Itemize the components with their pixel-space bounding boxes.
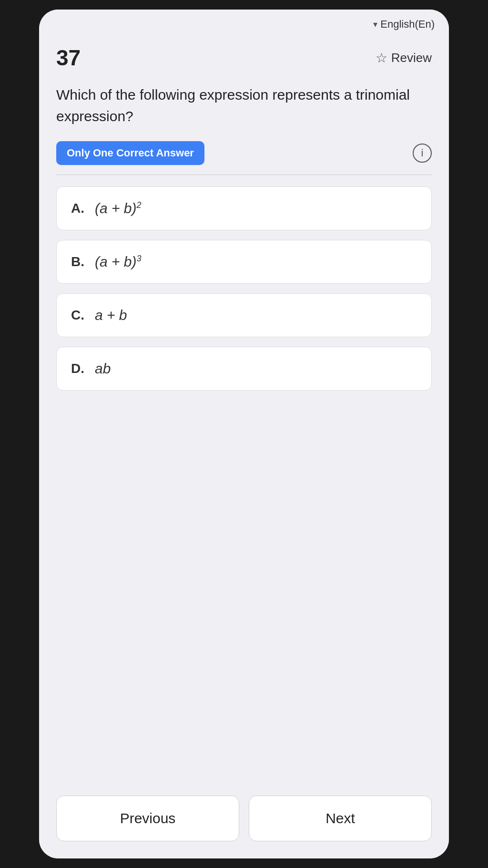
option-b-label: B. <box>71 254 85 269</box>
previous-button[interactable]: Previous <box>56 796 239 841</box>
info-symbol: i <box>421 147 424 159</box>
option-d[interactable]: D. ab <box>56 347 432 391</box>
next-button[interactable]: Next <box>249 796 432 841</box>
option-a-value: (a + b)2 <box>95 200 142 217</box>
option-b-value: (a + b)3 <box>95 254 142 270</box>
review-button[interactable]: ☆ Review <box>376 50 432 66</box>
option-a[interactable]: A. (a + b)2 <box>56 186 432 230</box>
language-label: English(En) <box>380 18 435 31</box>
options-list: A. (a + b)2 B. (a + b)3 C. a + b D. ab <box>56 186 432 770</box>
language-selector[interactable]: ▾ English(En) <box>373 18 435 31</box>
content-area: 37 ☆ Review Which of the following expre… <box>39 35 449 784</box>
option-d-value: ab <box>95 361 111 377</box>
option-c[interactable]: C. a + b <box>56 293 432 337</box>
question-header: 37 ☆ Review <box>56 45 432 71</box>
chevron-down-icon: ▾ <box>373 19 377 30</box>
option-a-label: A. <box>71 201 85 216</box>
divider <box>56 175 432 175</box>
phone-frame: ▾ English(En) 37 ☆ Review Which of the f… <box>39 10 449 858</box>
answer-type-row: Only One Correct Answer i <box>56 141 432 165</box>
option-c-label: C. <box>71 308 85 323</box>
top-bar: ▾ English(En) <box>39 10 449 35</box>
answer-type-badge: Only One Correct Answer <box>56 141 204 165</box>
option-c-value: a + b <box>95 307 127 323</box>
star-icon: ☆ <box>376 50 387 66</box>
option-d-label: D. <box>71 361 85 376</box>
info-icon[interactable]: i <box>413 144 432 163</box>
question-text: Which of the following expression repres… <box>56 84 432 127</box>
question-number: 37 <box>56 45 81 71</box>
bottom-nav: Previous Next <box>39 784 449 858</box>
review-label: Review <box>391 51 432 65</box>
option-b[interactable]: B. (a + b)3 <box>56 240 432 284</box>
